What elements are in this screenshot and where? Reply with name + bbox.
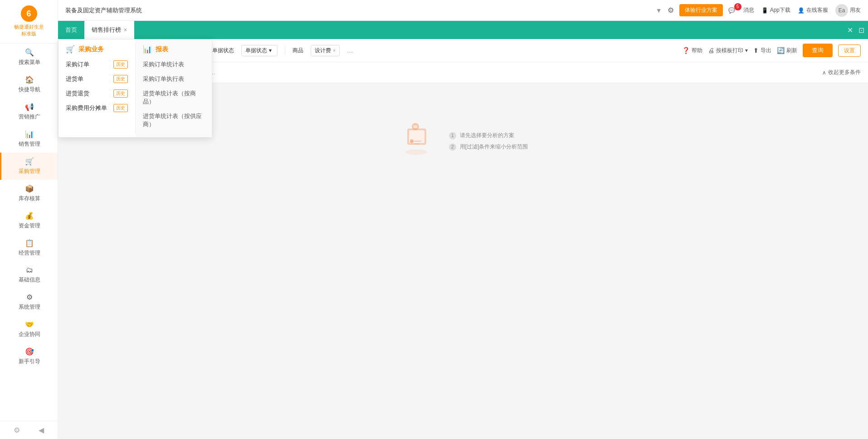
dropdown-item-goods-receipt[interactable]: 进货单 历史: [59, 72, 135, 86]
goods-receipt-hist: 历史: [113, 75, 128, 83]
sidebar-item-label: 快捷导航: [19, 86, 40, 94]
goods-tag-text: 设计费: [315, 47, 331, 54]
print-dropdown-icon: ▾: [745, 47, 748, 54]
sidebar-item-inventory[interactable]: 📦 库存核算: [0, 180, 58, 207]
logo-text: 畅捷通好生意 标准版: [14, 24, 44, 38]
doc-status-select[interactable]: 单据状态 ▾: [241, 45, 278, 56]
app-download-btn[interactable]: 📱 App下载: [761, 6, 790, 14]
export-label: 导出: [761, 47, 771, 54]
dropdown-item-goods-stat-supplier[interactable]: 进货单统计表（按供应商）: [136, 109, 212, 132]
dropdown-col-report-header: 📊 报表: [136, 45, 212, 57]
goods-tag-close[interactable]: ×: [333, 48, 336, 53]
sidebar-settings-btn[interactable]: ⚙: [14, 426, 20, 434]
sidebar-item-purchase[interactable]: 🛒 采购管理: [0, 153, 58, 180]
goods-tag[interactable]: 设计费 ×: [311, 45, 340, 56]
purchase-order-hist: 历史: [113, 60, 128, 69]
settings-link[interactable]: 设置: [838, 44, 861, 57]
home-icon: 🏠: [25, 75, 34, 84]
dropdown-item-purchase-order-stat[interactable]: 采购订单统计表: [136, 57, 212, 72]
collapse-label: 收起更多条件: [828, 69, 861, 76]
tab-sales-rank[interactable]: 销售排行榜 ×: [84, 21, 134, 39]
sidebar-item-label: 搜索菜单: [19, 59, 40, 66]
user-label: 用友: [850, 6, 861, 14]
query-btn[interactable]: 查询: [803, 44, 833, 57]
tab-bar-close-icon[interactable]: ✕: [847, 26, 853, 35]
sidebar-item-label: 基础信息: [19, 276, 40, 284]
system-icon: ⚙: [26, 293, 33, 301]
sales-icon: 📊: [25, 130, 34, 138]
online-service-btn[interactable]: 👤 在线客服: [798, 6, 828, 14]
sidebar-item-system[interactable]: ⚙ 系统管理: [0, 288, 58, 316]
export-btn[interactable]: ⬆ 导出: [753, 47, 771, 54]
collapse-btn[interactable]: ∧ 收起更多条件: [822, 69, 861, 76]
sidebar-item-basic-info[interactable]: 🗂 基础信息: [0, 261, 58, 288]
sidebar: 6 畅捷通好生意 标准版 🔍 搜索菜单 🏠 快捷导航 📢 营销推广 📊 销售管理…: [0, 0, 58, 439]
hint-2-text: 用[过滤]条件来缩小分析范围: [460, 143, 528, 151]
dropdown-item-goods-return[interactable]: 进货退货 历史: [59, 86, 135, 101]
goods-return-hist: 历史: [113, 89, 128, 98]
message-label: 消息: [743, 6, 754, 14]
service-icon: 👤: [798, 7, 805, 14]
empty-illustration: [398, 119, 434, 156]
sidebar-item-quick-nav[interactable]: 🏠 快捷导航: [0, 71, 58, 98]
sidebar-item-label: 营销推广: [19, 113, 40, 121]
message-btn[interactable]: 💬 5 消息: [728, 6, 754, 14]
sidebar-item-sales[interactable]: 📊 销售管理: [0, 125, 58, 153]
doc-status-label: 单据状态: [212, 47, 234, 54]
system-title-dropdown[interactable]: ▼: [656, 7, 662, 14]
tab-home[interactable]: 首页: [58, 21, 84, 39]
empty-hint-2: 2 用[过滤]条件来缩小分析范围: [449, 143, 528, 151]
dropdown-item-goods-stat-product[interactable]: 进货单统计表（按商品）: [136, 86, 212, 109]
refresh-label: 刷新: [786, 47, 797, 54]
sidebar-item-enterprise[interactable]: 🤝 企业协同: [0, 316, 58, 343]
operation-icon: 📋: [25, 239, 34, 247]
refresh-btn[interactable]: 🔄 刷新: [777, 47, 797, 54]
sidebar-footer: ⚙ ◀: [0, 421, 58, 439]
sidebar-item-label: 采购管理: [19, 168, 40, 175]
industry-btn[interactable]: 体验行业方案: [679, 4, 723, 16]
tab-bar-expand-icon[interactable]: ⊡: [858, 26, 864, 35]
dropdown-item-purchase-order-exec[interactable]: 采购订单执行表: [136, 72, 212, 86]
dropdown-item-purchase-expense[interactable]: 采购费用分摊单 历史: [59, 101, 135, 115]
app-logo[interactable]: 6 畅捷通好生意 标准版: [0, 0, 58, 44]
sidebar-collapse-btn[interactable]: ◀: [39, 426, 44, 434]
svg-rect-4: [414, 125, 417, 128]
basic-info-icon: 🗂: [26, 266, 33, 274]
purchase-col-title: 采购业务: [78, 45, 104, 54]
user-btn[interactable]: Ea 用友: [835, 4, 861, 17]
sidebar-item-label: 销售管理: [19, 140, 40, 148]
print-btn[interactable]: 🖨 按模板打印 ▾: [708, 47, 748, 54]
dropdown-item-purchase-order[interactable]: 采购订单 历史: [59, 57, 135, 72]
message-icon: 💬: [728, 7, 735, 14]
sidebar-item-finance[interactable]: 💰 资金管理: [0, 207, 58, 234]
app-download-label: App下载: [770, 6, 790, 14]
sidebar-item-label: 库存核算: [19, 195, 40, 202]
header-settings-icon[interactable]: ⚙: [668, 6, 674, 15]
sidebar-item-label: 系统管理: [19, 303, 40, 311]
purchase-col-icon: 🛒: [66, 45, 75, 54]
sidebar-item-search[interactable]: 🔍 搜索菜单: [0, 44, 58, 71]
sidebar-item-guide[interactable]: 🎯 新手引导: [0, 343, 58, 370]
purchase-order-exec-label: 采购订单执行表: [143, 75, 184, 83]
purchase-order-stat-label: 采购订单统计表: [143, 60, 184, 69]
sidebar-item-marketing[interactable]: 📢 营销推广: [0, 98, 58, 125]
hint-1-text: 请先选择要分析的方案: [460, 132, 514, 139]
step-2-num: 2: [449, 143, 456, 151]
collapse-up-icon: ∧: [822, 69, 826, 76]
empty-text-container: 1 请先选择要分析的方案 2 用[过滤]条件来缩小分析范围: [449, 132, 528, 151]
header-right: 💬 5 消息 📱 App下载 👤 在线客服 Ea 用友: [728, 4, 861, 17]
sidebar-item-operation[interactable]: 📋 经营管理: [0, 234, 58, 261]
sidebar-item-label: 经营管理: [19, 249, 40, 257]
sidebar-item-label: 资金管理: [19, 222, 40, 230]
svg-point-0: [405, 149, 427, 155]
refresh-icon: 🔄: [777, 47, 785, 54]
goods-dots[interactable]: ...: [347, 46, 353, 54]
report-col-title: 报表: [156, 45, 168, 54]
help-btn[interactable]: ❓ 帮助: [682, 47, 702, 54]
doc-status-placeholder: 单据状态: [245, 47, 267, 54]
sidebar-menu: 🔍 搜索菜单 🏠 快捷导航 📢 营销推广 📊 销售管理 🛒 采购管理 📦 库存核…: [0, 44, 58, 421]
top-header: 装备及固定资产辅助管理系统 ▼ ⚙ 体验行业方案 💬 5 消息 📱 App下载 …: [58, 0, 868, 21]
tab-close-icon[interactable]: ×: [124, 27, 127, 33]
logo-icon: 6: [21, 5, 37, 22]
purchase-expense-hist: 历史: [113, 104, 128, 112]
